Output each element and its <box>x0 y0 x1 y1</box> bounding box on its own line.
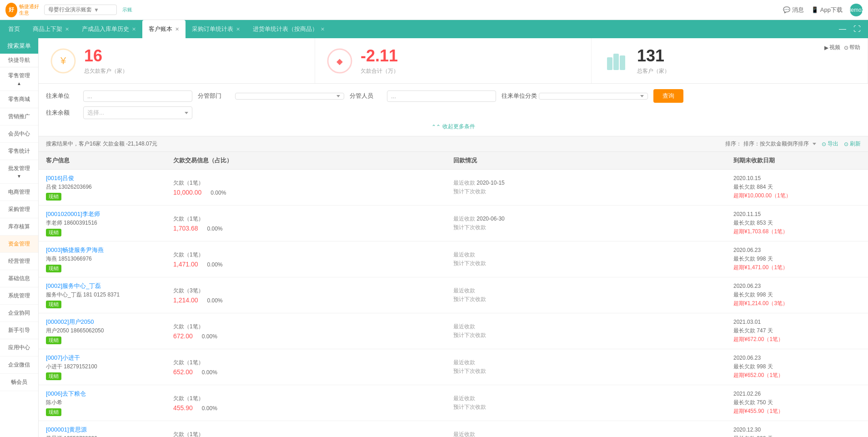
result-bar: 搜索结果中，客户16家 欠款金额 -21,148.07元 排序： 排序：按欠款金… <box>39 136 868 152</box>
customer-cell-1: [0001020001]李老师 李老师 18600391516 现销 <box>46 210 173 236</box>
customer-name-1[interactable]: [0001020001]李老师 <box>46 210 173 218</box>
sidebar-item-system-label: 系统管理 <box>8 292 30 300</box>
sidebar-item-ecommerce[interactable]: 电商管理 <box>0 184 38 201</box>
customer-name-2[interactable]: [0003]畅捷服务尹海燕 <box>46 246 173 254</box>
collapse-btn[interactable]: ⌃⌃ 收起更多条件 <box>46 123 861 131</box>
debt-count-4: 欠款（1笔） <box>173 323 453 331</box>
tab-purchase-stat-close[interactable]: ✕ <box>236 26 240 32</box>
customer-name-3[interactable]: [0002]服务中心_丁磊 <box>46 282 173 290</box>
table-row: [0006]去下粮仓 陈小希 现销 欠款（1笔） 455.90 0.00% 最近… <box>39 385 868 421</box>
overdue-cell-2: 2020.06.23 最长欠款 998 天 超期¥1,471.00（1笔） <box>733 247 861 271</box>
balance-select[interactable]: 选择... <box>83 106 192 119</box>
customer-phone-7: 黄思源 13552700226 <box>46 435 173 437</box>
sidebar-item-retail-stats[interactable]: 零售统计 <box>0 143 38 160</box>
tab-product-off-close[interactable]: ✕ <box>65 26 69 32</box>
stat-debt-amount: ◆ -2.11 欠款合计（万） <box>315 38 592 83</box>
stat-total-customers-label: 总客户（家） <box>637 67 670 75</box>
customer-cell-0: [0016]吕俊 吕俊 13026203696 现销 <box>46 174 173 201</box>
customer-name-5[interactable]: [0007]小进干 <box>46 354 173 362</box>
customer-name-7[interactable]: [000001]黄思源 <box>46 426 173 434</box>
payment-cell-0: 最近收款 2020-10-15 预计下次收款 <box>453 179 733 196</box>
dept-select[interactable] <box>235 93 344 100</box>
video-label: 视频 <box>829 44 840 51</box>
from-unit-dots: ... <box>87 93 92 100</box>
tab-inventory-stat-close[interactable]: ✕ <box>321 26 325 32</box>
customer-tag-3: 现销 <box>46 301 61 308</box>
sidebar-item-purchase[interactable]: 采购管理 <box>0 201 38 218</box>
sidebar-item-system[interactable]: 系统管理 <box>0 287 38 305</box>
sidebar-item-member[interactable]: 会员中心 <box>0 126 38 143</box>
refresh-btn[interactable]: ⊙ 刷新 <box>844 140 861 148</box>
overdue-amount-5[interactable]: 超期¥652.00（1笔） <box>733 372 783 378</box>
payment-cell-7: 最近收款 预计下次收款 <box>453 431 733 437</box>
customer-name-0[interactable]: [0016]吕俊 <box>46 174 173 182</box>
last-payment-label-0: 最近收款 <box>453 180 475 186</box>
customer-cell-2: [0003]畅捷服务尹海燕 海燕 18513066976 现销 <box>46 246 173 272</box>
app-download-btn[interactable]: 📱 App下载 <box>811 6 843 14</box>
tab-product-history[interactable]: 产成品入库单历史 ✕ <box>75 20 142 38</box>
sidebar-item-app-center[interactable]: 应用中心 <box>0 339 38 357</box>
sidebar-item-retail-mgmt[interactable]: 零售管理 ▲ <box>0 67 38 91</box>
user-menu-btn[interactable]: demo2 <box>850 4 863 16</box>
store-selector[interactable]: 母婴行业演示账套 ▼ <box>44 5 117 15</box>
message-label: 消息 <box>792 6 804 14</box>
customer-name-4[interactable]: [000002]用户2050 <box>46 318 173 326</box>
customer-name-6[interactable]: [0006]去下粮仓 <box>46 390 173 398</box>
video-btn[interactable]: ▶ 视频 <box>824 44 840 51</box>
tab-customer-account[interactable]: 客户账本 ✕ <box>142 20 186 38</box>
sidebar-item-business[interactable]: 经营管理 <box>0 253 38 270</box>
sidebar-item-batch-mgmt[interactable]: 批发管理 ▼ <box>0 160 38 184</box>
from-unit-input[interactable]: ... <box>83 90 192 102</box>
sidebar-item-basic[interactable]: 基础信息 <box>0 270 38 287</box>
overdue-amount-0[interactable]: 超期¥10,000.00（1笔） <box>733 192 791 199</box>
brand-link[interactable]: 示账 <box>122 6 132 13</box>
overdue-amount-3[interactable]: 超期¥1,214.00（3笔） <box>733 300 788 306</box>
chevron-down-icon: ▲ <box>17 81 21 86</box>
overdue-cell-0: 2020.10.15 最长欠款 884 天 超期¥10,000.00（1笔） <box>733 175 861 200</box>
last-payment-label-3: 最近收款 <box>453 287 475 294</box>
collapse-label: 收起更多条件 <box>442 123 475 131</box>
tabs-maximize-btn[interactable]: ⛶ <box>852 24 863 34</box>
sidebar-item-new-guide[interactable]: 新手引导 <box>0 322 38 339</box>
overdue-amount-2[interactable]: 超期¥1,471.00（1笔） <box>733 264 788 271</box>
debt-count-7: 欠款（1笔） <box>173 431 453 437</box>
overdue-amount-4[interactable]: 超期¥672.00（1笔） <box>733 336 783 342</box>
sidebar-item-vip[interactable]: 畅会员 <box>0 374 38 391</box>
sidebar-item-marketing[interactable]: 营销推广 <box>0 108 38 126</box>
debt-cell-6: 欠款（1笔） 455.90 0.00% <box>173 395 453 412</box>
sidebar-item-enterprise[interactable]: 企业协同 <box>0 305 38 322</box>
tab-customer-account-close[interactable]: ✕ <box>175 26 179 32</box>
svg-text:◆: ◆ <box>336 57 343 66</box>
topbar-right: 💬 消息 📱 App下载 demo2 <box>783 4 863 16</box>
sidebar-search[interactable]: 搜索菜单 <box>0 38 38 54</box>
message-btn[interactable]: 💬 消息 <box>783 6 804 14</box>
tabs-minimize-btn[interactable]: — <box>837 24 848 34</box>
sidebar-item-inventory[interactable]: 库存核算 <box>0 218 38 236</box>
customer-phone-1: 李老师 18600391516 <box>46 219 173 227</box>
export-btn[interactable]: ⊙ 导出 <box>822 140 838 148</box>
debt-cell-2: 欠款（1笔） 1,471.00 0.00% <box>173 251 453 268</box>
sidebar-item-enterprise-wx[interactable]: 企业微信 <box>0 357 38 374</box>
tab-product-history-close[interactable]: ✕ <box>132 26 136 32</box>
tab-purchase-stat[interactable]: 采购订单统计表 ✕ <box>186 20 246 38</box>
last-payment-date-1: 2020-06-30 <box>477 216 504 222</box>
person-input[interactable]: ... <box>387 90 496 102</box>
query-btn[interactable]: 查询 <box>653 89 683 103</box>
unit-type-select[interactable] <box>539 93 648 100</box>
sidebar-item-finance[interactable]: 资金管理 <box>0 236 38 253</box>
help-btn[interactable]: ⊙ 帮助 <box>844 44 860 51</box>
sidebar-quick-nav[interactable]: 快捷导航 <box>0 54 38 67</box>
sidebar-item-inventory-label: 库存核算 <box>8 223 30 231</box>
tab-home[interactable]: 首页 <box>2 20 26 38</box>
tab-product-off[interactable]: 商品上下架 ✕ <box>26 20 75 38</box>
overdue-amount-1[interactable]: 超期¥1,703.68（1笔） <box>733 228 788 235</box>
sort-selector[interactable]: 排序： 排序：按欠款金额倒序排序 <box>725 140 816 148</box>
overdue-amount-6[interactable]: 超期¥455.90（1笔） <box>733 408 783 414</box>
debt-cell-4: 欠款（1笔） 672.00 0.00% <box>173 323 453 340</box>
chevron-down-icon-batch: ▼ <box>17 174 21 179</box>
debt-ratio-6: 0.00% <box>202 405 217 412</box>
customer-cell-5: [0007]小进干 小进干 18279152100 现销 <box>46 354 173 380</box>
overdue-date-0: 2020.10.15 <box>733 175 861 181</box>
sidebar-item-retail-mall[interactable]: 零售商城 <box>0 91 38 108</box>
tab-inventory-stat[interactable]: 进货单统计表（按商品） ✕ <box>246 20 331 38</box>
